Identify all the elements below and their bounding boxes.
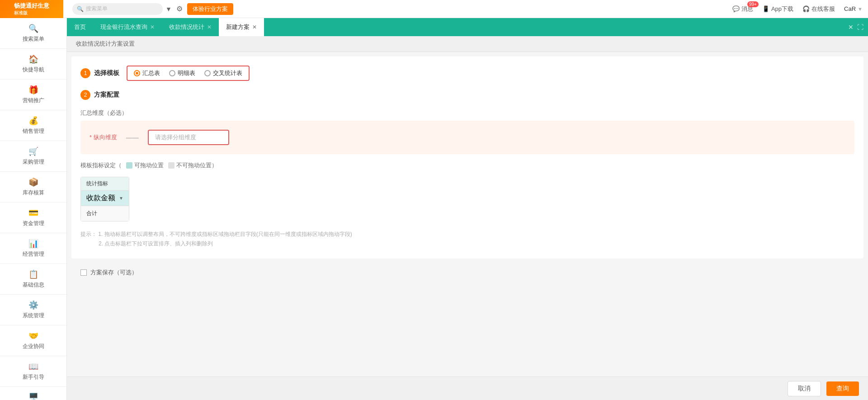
metrics-label: 模板指标设定（ 可拖动位置 不可拖动位置） xyxy=(80,161,854,169)
cart-icon: 🛒 xyxy=(28,146,38,156)
step1-title: 选择模板 xyxy=(94,69,119,77)
sidebar-item-hardware[interactable]: 🖥️ 智能硬件 xyxy=(0,387,66,400)
search-bar[interactable]: 🔍 搜索菜单 xyxy=(72,3,163,15)
app-download-button[interactable]: 📱 App下载 xyxy=(762,5,793,13)
tab-new-plan[interactable]: 新建方案 ✕ xyxy=(219,18,264,36)
sidebar-item-label: 快捷导航 xyxy=(23,66,44,74)
home-icon: 🏠 xyxy=(28,54,38,64)
sidebar-item-finance[interactable]: 💳 资金管理 xyxy=(0,202,66,233)
step1-row: 1 选择模板 汇总表 明细表 xyxy=(80,66,854,81)
step2-row: 2 方案配置 xyxy=(80,90,854,100)
template-radio-group: 汇总表 明细表 交叉统计表 xyxy=(127,66,250,81)
stats-table-total-cell: 合计 xyxy=(81,206,129,221)
sidebar-item-label: 采购管理 xyxy=(23,158,44,166)
tab-payment[interactable]: 收款情况统计 ✕ xyxy=(162,18,219,36)
step2-section: 2 方案配置 汇总维度（必选） * xyxy=(80,90,854,248)
arrow-icon: —— xyxy=(126,134,139,141)
metrics-section: 模板指标设定（ 可拖动位置 不可拖动位置） xyxy=(80,161,854,221)
metric-row-payment[interactable]: 收款金额 ▼ xyxy=(81,191,129,206)
radio-circle-detail xyxy=(169,70,175,76)
page-header-title: 收款情况统计方案设置 xyxy=(76,40,135,47)
tips-section: 提示： 1. 拖动标题栏可以调整布局，不可跨维度或指标区域拖动栏目字段(只能在同… xyxy=(80,231,854,248)
trial-button[interactable]: 体验行业方案 xyxy=(187,3,233,15)
user-info[interactable]: CaR ▼ xyxy=(844,5,863,12)
query-button[interactable]: 查询 xyxy=(826,381,859,396)
step1-badge: 1 xyxy=(80,68,90,78)
save-row: 方案保存（可选） xyxy=(71,263,863,282)
dimension-section-title: 汇总维度（必选） xyxy=(80,109,854,117)
sidebar-item-system[interactable]: ⚙️ 系统管理 xyxy=(0,295,66,325)
cancel-button[interactable]: 取消 xyxy=(788,381,821,396)
user-name: CaR xyxy=(844,5,856,12)
sidebar-item-label: 库存核算 xyxy=(23,189,44,197)
tab-close-all-icon[interactable]: ✕ xyxy=(848,24,854,31)
tip1: 提示： 1. 拖动标题栏可以调整布局，不可跨维度或指标区域拖动栏目字段(只能在同… xyxy=(80,231,854,238)
sidebar-item-purchase[interactable]: 🛒 采购管理 xyxy=(0,141,66,172)
sidebar-item-label: 新手引导 xyxy=(23,373,44,381)
sidebar-item-quick-nav[interactable]: 🏠 快捷导航 xyxy=(0,49,66,80)
tab-close-new-plan[interactable]: ✕ xyxy=(252,24,257,30)
sidebar-item-label: 基础信息 xyxy=(23,281,44,289)
form-section: 1 选择模板 汇总表 明细表 xyxy=(71,56,863,259)
sidebar-item-label: 资金管理 xyxy=(23,220,44,227)
chart-icon: 📊 xyxy=(28,239,38,249)
monitor-icon: 🖥️ xyxy=(28,392,38,400)
clipboard-icon: 📋 xyxy=(28,269,38,279)
sidebar: 🔍 搜索菜单 🏠 快捷导航 🎁 营销推广 💰 销售管理 🛒 采购管理 📦 xyxy=(0,18,67,400)
radio-cross[interactable]: 交叉统计表 xyxy=(204,69,242,77)
sidebar-item-label: 系统管理 xyxy=(23,312,44,320)
sidebar-item-marketing[interactable]: 🎁 营销推广 xyxy=(0,80,66,110)
settings-icon[interactable]: ⚙ xyxy=(176,5,183,13)
stats-table-header: 统计指标 xyxy=(81,177,129,191)
online-service-button[interactable]: 🎧 在线客服 xyxy=(802,5,835,13)
page-content: 收款情况统计方案设置 1 选择模板 汇总表 xyxy=(67,36,868,376)
radio-circle-summary xyxy=(134,70,140,76)
sidebar-item-enterprise[interactable]: 🤝 企业协同 xyxy=(0,325,66,356)
search-icon: 🔍 xyxy=(77,6,84,12)
money-icon: 💰 xyxy=(28,116,38,126)
step2-badge: 2 xyxy=(80,90,90,100)
search-placeholder: 搜索菜单 xyxy=(86,5,108,13)
radio-detail[interactable]: 明细表 xyxy=(169,69,195,77)
tab-close-payment[interactable]: ✕ xyxy=(207,24,212,30)
message-icon: 💬 xyxy=(732,5,740,12)
download-icon: 📱 xyxy=(762,5,769,12)
sidebar-item-operations[interactable]: 📊 经营管理 xyxy=(0,233,66,264)
page-header: 收款情况统计方案设置 xyxy=(67,36,868,52)
tab-home[interactable]: 首页 xyxy=(67,18,93,36)
card-icon: 💳 xyxy=(28,208,38,218)
tab-expand-icon[interactable]: ⛶ xyxy=(857,24,863,31)
box-icon: 📦 xyxy=(28,177,38,187)
tip2: 2. 点击标题栏下拉可设置排序、插入列和删除列 xyxy=(80,240,854,248)
radio-summary[interactable]: 汇总表 xyxy=(134,69,160,77)
sidebar-item-base-info[interactable]: 📋 基础信息 xyxy=(0,264,66,295)
user-dropdown-icon: ▼ xyxy=(858,6,863,12)
sidebar-item-label: 经营管理 xyxy=(23,250,44,258)
sidebar-item-label: 销售管理 xyxy=(23,127,44,135)
draggable-legend-indicator xyxy=(126,162,132,169)
tab-bank[interactable]: 现金银行流水查询 ✕ xyxy=(93,18,162,36)
sidebar-item-label: 搜索菜单 xyxy=(23,35,44,43)
app-logo: 畅捷通好生意 标准版 xyxy=(0,0,63,18)
required-mark: * 纵向维度 xyxy=(90,133,117,141)
tab-bar: 首页 现金银行流水查询 ✕ 收款情况统计 ✕ 新建方案 ✕ ✕ ⛶ xyxy=(67,18,868,36)
search-icon: 🔍 xyxy=(28,24,38,33)
sidebar-item-inventory[interactable]: 📦 库存核算 xyxy=(0,172,66,202)
tab-close-bank[interactable]: ✕ xyxy=(150,24,155,30)
dimension-select[interactable]: 请选择分组维度 xyxy=(148,130,229,145)
gift-icon: 🎁 xyxy=(28,85,38,95)
service-icon: 🎧 xyxy=(802,5,810,12)
handshake-icon: 🤝 xyxy=(28,331,38,341)
sidebar-item-search[interactable]: 🔍 搜索菜单 xyxy=(0,18,66,49)
gear-icon: ⚙️ xyxy=(28,300,38,310)
bottom-action-bar: 取消 查询 xyxy=(67,376,868,400)
dropdown-arrow-icon[interactable]: ▼ xyxy=(165,5,172,13)
sidebar-item-label: 企业协同 xyxy=(23,343,44,350)
save-checkbox[interactable] xyxy=(80,269,87,276)
sidebar-item-guide[interactable]: 📖 新手引导 xyxy=(0,356,66,387)
stats-table: 统计指标 收款金额 ▼ 合计 xyxy=(80,177,129,221)
metric-dropdown-arrow-icon[interactable]: ▼ xyxy=(119,196,123,201)
message-button[interactable]: 💬 消息 99+ xyxy=(732,5,753,13)
book-icon: 📖 xyxy=(28,362,38,372)
sidebar-item-sales[interactable]: 💰 销售管理 xyxy=(0,110,66,141)
